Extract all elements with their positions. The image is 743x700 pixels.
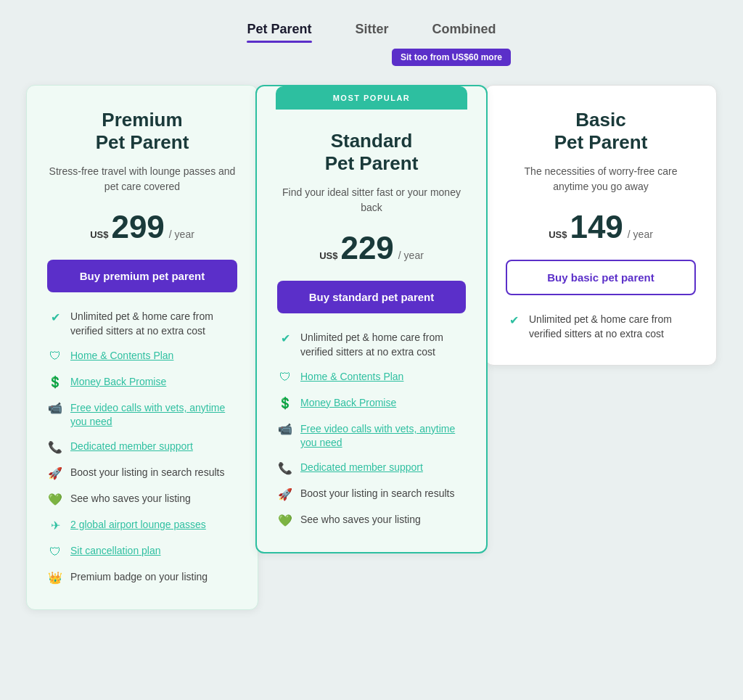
video-icon: 📹 bbox=[277, 422, 293, 438]
list-item: 💲 Money Back Promise bbox=[47, 375, 237, 391]
tab-pet-parent[interactable]: Pet Parent bbox=[247, 22, 311, 43]
basic-title: Basic Pet Parent bbox=[506, 109, 696, 154]
sit-cancellation-link[interactable]: Sit cancellation plan bbox=[70, 544, 161, 559]
standard-description: Find your ideal sitter fast or your mone… bbox=[277, 185, 466, 215]
feature-text: Boost your listing in search results bbox=[70, 466, 224, 480]
rocket-icon: 🚀 bbox=[47, 466, 63, 482]
list-item: 📞 Dedicated member support bbox=[47, 440, 237, 456]
combined-badge-container: Sit too from US$60 more bbox=[15, 50, 728, 63]
heart-icon: 💚 bbox=[277, 513, 293, 529]
check-icon: ✔ bbox=[47, 310, 63, 326]
card-basic: Basic Pet Parent The necessities of worr… bbox=[485, 85, 717, 366]
check-icon: ✔ bbox=[277, 331, 293, 347]
member-support-link-premium[interactable]: Dedicated member support bbox=[70, 440, 193, 454]
standard-price-row: US$ 229 / year bbox=[277, 230, 466, 266]
plane-icon: ✈ bbox=[47, 518, 63, 534]
home-contents-link-standard[interactable]: Home & Contents Plan bbox=[300, 370, 403, 384]
feature-text: Unlimited pet & home care from verified … bbox=[529, 313, 696, 341]
shield-icon: 🛡 bbox=[47, 349, 63, 365]
basic-price-row: US$ 149 / year bbox=[506, 209, 696, 245]
standard-title: Standard Pet Parent bbox=[277, 130, 466, 175]
video-icon: 📹 bbox=[47, 401, 63, 417]
list-item: 📹 Free video calls with vets, anytime yo… bbox=[277, 422, 466, 450]
money-icon: 💲 bbox=[47, 375, 63, 391]
list-item: 👑 Premium badge on your listing bbox=[47, 570, 237, 586]
card-standard: MOST POPULAR Standard Pet Parent Find yo… bbox=[255, 85, 488, 553]
premium-price-row: US$ 299 / year bbox=[47, 209, 237, 245]
list-item: 🛡 Home & Contents Plan bbox=[47, 349, 237, 365]
list-item: 📹 Free video calls with vets, anytime yo… bbox=[47, 401, 237, 429]
premium-period: / year bbox=[169, 228, 194, 240]
pricing-cards: Premium Pet Parent Stress-free travel wi… bbox=[16, 85, 727, 610]
standard-period: / year bbox=[398, 250, 424, 261]
card-premium: Premium Pet Parent Stress-free travel wi… bbox=[26, 85, 258, 610]
heart-icon: 💚 bbox=[47, 492, 63, 508]
tab-combined[interactable]: Combined bbox=[432, 22, 496, 43]
list-item: ✔ Unlimited pet & home care from verifie… bbox=[277, 331, 466, 359]
list-item: 💚 See who saves your listing bbox=[277, 513, 466, 529]
feature-text: Boost your listing in search results bbox=[300, 487, 454, 501]
rocket-icon: 🚀 bbox=[277, 487, 293, 503]
standard-currency: US$ bbox=[319, 250, 337, 261]
premium-amount: 299 bbox=[111, 209, 164, 245]
money-icon: 💲 bbox=[277, 396, 293, 412]
feature-text: Unlimited pet & home care from verified … bbox=[70, 310, 237, 338]
badge-icon: 👑 bbox=[47, 570, 63, 586]
list-item: ✔ Unlimited pet & home care from verifie… bbox=[47, 310, 237, 338]
basic-period: / year bbox=[628, 228, 653, 240]
list-item: 🛡 Home & Contents Plan bbox=[277, 370, 466, 386]
money-back-link-standard[interactable]: Money Back Promise bbox=[300, 396, 396, 411]
list-item: 🛡 Sit cancellation plan bbox=[47, 544, 237, 560]
basic-description: The necessities of worry-free care anyti… bbox=[506, 164, 696, 194]
feature-text: Unlimited pet & home care from verified … bbox=[300, 331, 466, 359]
basic-amount: 149 bbox=[570, 209, 623, 245]
shield-icon: 🛡 bbox=[277, 370, 293, 386]
most-popular-banner: MOST POPULAR bbox=[276, 86, 467, 110]
tab-sitter[interactable]: Sitter bbox=[356, 22, 389, 43]
phone-icon: 📞 bbox=[47, 440, 63, 456]
list-item: 💲 Money Back Promise bbox=[277, 396, 466, 412]
list-item: 📞 Dedicated member support bbox=[277, 461, 466, 477]
basic-features: ✔ Unlimited pet & home care from verifie… bbox=[506, 313, 696, 341]
standard-amount: 229 bbox=[340, 230, 393, 266]
feature-text: Premium badge on your listing bbox=[70, 570, 208, 585]
phone-icon: 📞 bbox=[277, 461, 293, 477]
feature-text: See who saves your listing bbox=[300, 513, 421, 527]
buy-basic-button[interactable]: Buy basic pet parent bbox=[506, 260, 696, 295]
money-back-link-premium[interactable]: Money Back Promise bbox=[70, 375, 166, 390]
basic-currency: US$ bbox=[549, 229, 567, 240]
list-item: 🚀 Boost your listing in search results bbox=[277, 487, 466, 503]
member-support-link-standard[interactable]: Dedicated member support bbox=[300, 461, 423, 475]
buy-standard-button[interactable]: Buy standard pet parent bbox=[277, 281, 466, 313]
video-calls-link-standard[interactable]: Free video calls with vets, anytime you … bbox=[300, 422, 466, 450]
list-item: ✔ Unlimited pet & home care from verifie… bbox=[506, 313, 696, 341]
premium-features: ✔ Unlimited pet & home care from verifie… bbox=[47, 310, 237, 585]
premium-title: Premium Pet Parent bbox=[47, 109, 237, 154]
standard-features: ✔ Unlimited pet & home care from verifie… bbox=[277, 331, 466, 528]
combined-badge[interactable]: Sit too from US$60 more bbox=[392, 49, 511, 66]
list-item: ✈ 2 global airport lounge passes bbox=[47, 518, 237, 534]
premium-description: Stress-free travel with lounge passes an… bbox=[47, 164, 237, 194]
check-icon: ✔ bbox=[506, 313, 522, 329]
home-contents-link-premium[interactable]: Home & Contents Plan bbox=[70, 349, 173, 363]
premium-currency: US$ bbox=[90, 229, 108, 240]
lounge-passes-link[interactable]: 2 global airport lounge passes bbox=[70, 518, 206, 532]
buy-premium-button[interactable]: Buy premium pet parent bbox=[47, 260, 237, 292]
cancel-icon: 🛡 bbox=[47, 544, 63, 560]
plan-tabs: Pet Parent Sitter Combined bbox=[15, 22, 728, 43]
feature-text: See who saves your listing bbox=[70, 492, 191, 506]
video-calls-link-premium[interactable]: Free video calls with vets, anytime you … bbox=[70, 401, 237, 429]
list-item: 🚀 Boost your listing in search results bbox=[47, 466, 237, 482]
list-item: 💚 See who saves your listing bbox=[47, 492, 237, 508]
